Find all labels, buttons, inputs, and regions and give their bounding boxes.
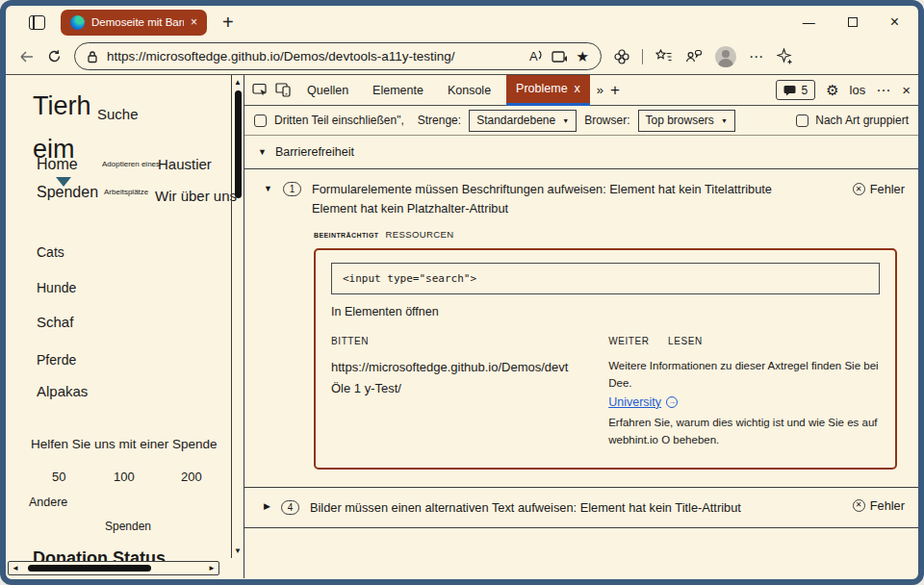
vertical-scroll-thumb[interactable] (235, 90, 242, 198)
donation-heading: Helfen Sie uns mit einer Spende (31, 437, 218, 451)
devtools-panel: Quellen Elemente Konsole Probleme x » + … (244, 75, 918, 578)
reader-icon[interactable] (552, 50, 568, 64)
los-label[interactable]: los (850, 83, 866, 97)
nav-link-jobs-small[interactable]: Arbeitsplätze (104, 188, 148, 196)
profile-avatar[interactable] (715, 46, 736, 67)
devtools-more-icon[interactable]: ⋯ (876, 82, 891, 99)
url-text[interactable]: https://microsoftedge.github.io/Demos/de… (107, 49, 521, 64)
nav-link-spenden[interactable]: Spenden (37, 184, 98, 201)
navigation-bar: https://microsoftedge.github.io/Demos/de… (6, 38, 918, 75)
severity-badge: ✕ Fehler (853, 182, 905, 196)
back-icon[interactable] (19, 50, 35, 64)
nav-link-haustier[interactable]: Haustier (158, 156, 212, 172)
refresh-icon[interactable] (47, 49, 62, 64)
close-window-button[interactable]: × (890, 13, 899, 31)
issues-count-badge[interactable]: 5 (776, 80, 815, 100)
horizontal-scroll-thumb[interactable] (28, 565, 151, 572)
animal-link-alpakas[interactable]: Alpakas (37, 383, 88, 399)
tab-strip: Demoseite mit Barrierefreiheit ist × + —… (6, 6, 918, 38)
lock-icon[interactable] (87, 50, 98, 64)
chevron-down-icon: ▼ (721, 117, 728, 124)
probleme-tab-close-icon[interactable]: x (575, 82, 580, 95)
issue-count-pill: 1 (283, 182, 301, 196)
extensions-icon[interactable] (614, 49, 629, 64)
search-label: Suche (97, 106, 139, 122)
expand-icon[interactable]: ▶ (264, 501, 270, 511)
page-viewport: Tierh eim Suche Home Spenden Adoptieren … (6, 75, 244, 578)
animal-link-pferde[interactable]: Pferde (37, 352, 76, 368)
open-link-arrow-icon[interactable]: → (666, 396, 678, 408)
devtools-tab-probleme[interactable]: Probleme x (506, 75, 590, 106)
learn-more-text: Erfahren Sie, warum dies wichtig ist und… (608, 414, 880, 449)
severity-select[interactable]: Standardebene ▼ (469, 110, 577, 132)
horizontal-scrollbar[interactable]: ◄ ► (8, 561, 219, 575)
scroll-up-icon[interactable]: ▲ (234, 78, 242, 87)
donation-amount-100[interactable]: 100 (114, 470, 135, 484)
affected-label: BEEINTRÄCHTIGT (314, 232, 378, 239)
address-bar[interactable]: https://microsoftedge.github.io/Demos/de… (74, 42, 602, 70)
browser-select[interactable]: Top browsers ▼ (638, 110, 735, 132)
devtools-tab-konsole[interactable]: Konsole (439, 84, 500, 97)
animal-link-hunde[interactable]: Hunde (37, 280, 76, 295)
chevron-down-icon: ▼ (562, 117, 569, 124)
issues-section-accessibility[interactable]: ▼ Barrierefreiheit (244, 136, 918, 169)
favorite-star-icon[interactable]: ★ (577, 48, 589, 65)
open-in-elements-link[interactable]: In Elementen öffnen (331, 305, 880, 318)
issue-row-form-labels[interactable]: ▼ 1 Formularelemente müssen Beschriftung… (244, 169, 918, 223)
resources-label: RESSOURCEN (385, 229, 453, 240)
browser-window: Demoseite mit Barrierefreiheit ist × + —… (0, 0, 924, 585)
issue-bubble-icon (783, 85, 796, 96)
code-snippet[interactable]: <input type="search"> (331, 263, 880, 294)
severity-label: Strenge: (418, 114, 461, 127)
affected-url[interactable]: https://microsoftedge.github.io/Demos/de… (331, 357, 583, 399)
devtools-add-tab-icon[interactable]: + (610, 81, 620, 100)
gear-icon[interactable]: ⚙ (826, 82, 838, 99)
scroll-down-icon[interactable]: ▼ (234, 547, 242, 555)
issues-filter-bar: Dritten Teil einschließen", Strenge: Sta… (244, 106, 918, 136)
scroll-left-icon[interactable]: ◄ (12, 564, 19, 572)
toolbar-separator (642, 49, 643, 64)
animal-link-schaf[interactable]: Schaf (37, 314, 73, 330)
issues-body: ▼ Barrierefreiheit ▼ 1 Formularelemente … (244, 136, 918, 578)
university-link[interactable]: University (608, 395, 661, 409)
nav-link-about[interactable]: Wir über uns (155, 188, 237, 204)
donation-other-label[interactable]: Andere (29, 496, 67, 509)
maximize-button[interactable] (848, 17, 858, 27)
devtools-close-icon[interactable]: × (902, 82, 911, 98)
donation-amount-50[interactable]: 50 (52, 470, 65, 484)
tab-actions-icon[interactable] (29, 15, 45, 30)
donation-submit[interactable]: Spenden (105, 520, 151, 533)
device-emulation-icon[interactable] (275, 83, 292, 97)
group-by-kind-checkbox[interactable] (796, 114, 808, 127)
devtools-toolbar: Quellen Elemente Konsole Probleme x » + … (244, 75, 918, 106)
read-aloud-icon[interactable]: A (529, 49, 543, 64)
devtools-tab-elemente[interactable]: Elemente (364, 84, 432, 97)
donation-amount-200[interactable]: 200 (181, 470, 202, 484)
collapse-icon[interactable]: ▼ (258, 147, 267, 157)
inspect-icon[interactable] (252, 83, 269, 97)
tab-close-icon[interactable]: × (191, 15, 197, 29)
tab-title: Demoseite mit Barrierefreiheit ist (91, 16, 184, 28)
animal-link-cats[interactable]: Cats (37, 244, 64, 260)
collections-icon[interactable] (655, 49, 673, 64)
devtools-tab-quellen[interactable]: Quellen (298, 84, 357, 97)
issue-text: Formularelemente müssen Beschriftungen a… (312, 180, 842, 219)
feedback-icon[interactable] (685, 49, 703, 64)
severity-badge: ✕ Fehler (853, 498, 905, 513)
issue-row-img-alt[interactable]: ▶ 4 Bilder müssen einen alternativen Tex… (244, 488, 918, 527)
tab-overflow-icon[interactable]: » (597, 83, 603, 97)
browser-menu-icon[interactable]: ⋯ (749, 48, 764, 65)
new-tab-button[interactable]: + (222, 12, 234, 34)
vertical-scrollbar[interactable]: ▲ ▼ (231, 75, 244, 558)
third-party-checkbox[interactable] (254, 114, 267, 127)
nav-link-adopt-small[interactable]: Adoptieren eines (102, 160, 160, 168)
browser-filter-label: Browser: (584, 114, 629, 127)
browser-tab[interactable]: Demoseite mit Barrierefreiheit ist × (61, 10, 207, 36)
copilot-icon[interactable] (777, 48, 793, 64)
collapse-icon[interactable]: ▼ (264, 184, 272, 193)
minimize-button[interactable]: — (803, 15, 815, 30)
nav-link-home[interactable]: Home (37, 156, 78, 173)
issue-detail: BEEINTRÄCHTIGT RESSOURCEN <input type="s… (244, 223, 918, 487)
issue-text: Bilder müssen einen alternativen Text au… (310, 498, 842, 518)
scroll-right-icon[interactable]: ► (208, 564, 216, 572)
